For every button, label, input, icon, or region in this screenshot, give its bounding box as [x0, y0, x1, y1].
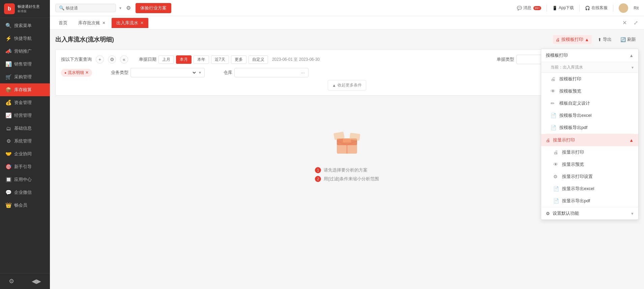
search-chevron-icon[interactable]: ▾	[119, 6, 121, 10]
sidebar-item-wechat[interactable]: 💬 企业微信	[0, 186, 50, 199]
warehouse-more-icon[interactable]: ···	[301, 70, 305, 75]
biz-type-field[interactable]: ▾	[130, 68, 205, 77]
print-label: 按模板打印	[561, 36, 583, 43]
sidebar-label-basic: 基础信息	[14, 125, 32, 131]
current-template-chevron-icon[interactable]: ▾	[632, 65, 634, 70]
sidebar-item-quicknav[interactable]: ⚡ 快捷导航	[0, 32, 50, 45]
search-settings-btn[interactable]: ⚙	[108, 55, 116, 63]
sidebar-item-appcenter[interactable]: 🔲 应用中心	[0, 173, 50, 186]
sidebar-item-collab[interactable]: 🤝 企业协同	[0, 148, 50, 160]
avatar	[619, 3, 628, 13]
sidebar-item-purchase[interactable]: 🛒 采购管理	[0, 71, 50, 83]
settings-btn[interactable]: ⚙	[6, 276, 17, 286]
sidebar-icon-basic: 🗂	[5, 126, 11, 131]
dropdown-template-print[interactable]: 🖨 按模板打印	[541, 73, 638, 85]
date-prev-month[interactable]: 上月	[158, 55, 174, 64]
collapse-more-btn[interactable]: ▲ 收起更多条件	[328, 80, 366, 90]
sidebar-nav: 🔍 搜索菜单 ⚡ 快捷导航 📣 营销推广 📊 销售管理 🛒 采购管理 📦 库存核…	[0, 18, 50, 273]
tab-close-window-btn[interactable]: ✕	[620, 19, 629, 27]
sidebar-label-inventory: 库存核算	[14, 87, 32, 93]
collapse-arrow-icon: ▲	[332, 83, 336, 88]
sidebar-icon-newbie: 🎯	[5, 164, 11, 170]
biz-type-section: 业务类型 ▾	[111, 68, 205, 77]
sidebar-item-finance[interactable]: 💰 资金管理	[0, 96, 50, 109]
print-dropdown-btn[interactable]: 🖨 按模板打印 ▲	[553, 35, 592, 44]
sidebar-item-search[interactable]: 🔍 搜索菜单	[0, 19, 50, 32]
add-search-btn[interactable]: +	[96, 55, 104, 63]
step2-num: 2	[315, 176, 321, 182]
topbar-search-box[interactable]: 🔍	[55, 4, 116, 12]
sidebar-label-wechat: 企业微信	[14, 189, 32, 195]
topbar-right: 💬 消息 99+ 📱 App下载 🎧 在线客服 Rit	[517, 3, 639, 13]
dropdown-display-pdf[interactable]: 📄 按显示导出pdf	[541, 195, 638, 207]
export-btn[interactable]: ⬆ 导出	[595, 35, 614, 44]
dropdown-template-custom[interactable]: ✏ 模板自定义设计	[541, 97, 638, 109]
collapse-more-label: 收起更多条件	[338, 82, 362, 88]
dropdown-header-chevron-icon[interactable]: ▲	[629, 53, 634, 58]
sidebar-item-marketing[interactable]: 📣 营销推广	[0, 45, 50, 58]
topbar-app-download[interactable]: 📱 App下载	[552, 5, 574, 11]
tab-flow[interactable]: 出入库流水 ✕	[112, 18, 148, 28]
tab-flow-close[interactable]: ✕	[140, 21, 144, 25]
sidebar-item-operations[interactable]: 📈 经营管理	[0, 109, 50, 122]
step1-item: 1 请先选择要分析的方案	[315, 167, 379, 173]
sidebar-icon-collab: 🤝	[5, 151, 11, 157]
warehouse-input[interactable]	[238, 70, 299, 75]
tab-expand-btn[interactable]: ⤢	[632, 19, 640, 27]
step2-text: 用[过滤]条件来缩小分析范围	[324, 176, 379, 182]
search-input[interactable]	[66, 6, 113, 10]
display-settings-label: 按显示打印设置	[562, 174, 593, 180]
dropdown-template-pdf[interactable]: 📄 按模板导出pdf	[541, 122, 638, 134]
tag-close-btn[interactable]: ✕	[85, 70, 89, 75]
template-excel-label: 按模板导出excel	[559, 112, 591, 119]
dropdown-display-preview[interactable]: 👁 按显示预览	[541, 158, 638, 170]
dropdown-display-settings[interactable]: ⚙ 按显示打印设置	[541, 170, 638, 183]
topbar-gear-icon[interactable]: ⚙	[126, 5, 131, 11]
tab-batch[interactable]: 库存批次账 ✕	[74, 18, 110, 28]
page-actions: 🖨 按模板打印 ▲ ⬆ 导出 🔄 刷新 按模板打印 ▲	[553, 35, 639, 44]
tab-home[interactable]: 首页	[54, 18, 72, 28]
current-template-label: 当前：出入库流水	[551, 64, 583, 70]
sidebar-item-basic[interactable]: 🗂 基础信息	[0, 122, 50, 135]
display-section-header[interactable]: 🖨 按显示打印 ▲	[541, 134, 638, 146]
footer-chevron-icon: ▾	[631, 211, 634, 216]
topbar: 🔍 ▾ ⚙ 体验行业方案 💬 消息 99+ 📱 App下载 🎧 在线客服	[50, 0, 644, 16]
dropdown-display-excel[interactable]: 📄 按显示导出excel	[541, 183, 638, 195]
dropdown-template-preview[interactable]: 👁 按模板预览	[541, 85, 638, 97]
sidebar-item-newbie[interactable]: 🎯 新手引导	[0, 160, 50, 173]
sidebar-label-operations: 经营管理	[14, 112, 32, 119]
sidebar-label-collab: 企业协同	[14, 151, 32, 157]
collapse-btn[interactable]: ◀▶	[29, 276, 44, 286]
warehouse-field[interactable]: ···	[234, 68, 309, 77]
date-custom[interactable]: 自定义	[248, 55, 268, 64]
dropdown-footer[interactable]: ⚙ 设置默认功能 ▾	[541, 207, 638, 219]
date-cur-year[interactable]: 本年	[194, 55, 209, 64]
biz-type-select[interactable]	[134, 70, 197, 75]
industry-btn[interactable]: 体验行业方案	[136, 3, 171, 13]
sidebar-item-inventory[interactable]: 📦 库存核算	[0, 83, 50, 96]
display-section-chevron-icon[interactable]: ▲	[629, 138, 634, 143]
tab-batch-label: 库存批次账	[78, 20, 100, 26]
sidebar-label-marketing: 营销推广	[14, 48, 32, 54]
topbar-message[interactable]: 💬 消息 99+	[517, 5, 541, 11]
warehouse-section: 仓库 ···	[224, 68, 309, 77]
date-more[interactable]: 更多	[231, 55, 246, 64]
template-print-icon: 🖨	[551, 76, 556, 82]
topbar-service[interactable]: 🎧 在线客服	[585, 5, 608, 11]
sidebar-item-system[interactable]: ⚙ 系统管理	[0, 135, 50, 148]
sidebar-label-member: 畅会员	[14, 202, 27, 208]
template-preview-label: 按模板预览	[559, 88, 581, 94]
dropdown-template-excel[interactable]: 📄 按模板导出excel	[541, 109, 638, 122]
tab-batch-close[interactable]: ✕	[102, 21, 106, 25]
collapse-search-btn[interactable]: «	[120, 55, 128, 63]
dropdown-display-print[interactable]: 🖨 按显示打印	[541, 146, 638, 158]
flow-detail-tag: ● 流水明细 ✕	[61, 69, 92, 77]
refresh-btn[interactable]: 🔄 刷新	[618, 35, 639, 44]
tab-controls: ✕ ⤢	[620, 19, 640, 27]
sidebar-item-member[interactable]: 👑 畅会员	[0, 199, 50, 212]
print-icon: 🖨	[556, 37, 560, 42]
sidebar-item-sales[interactable]: 📊 销售管理	[0, 58, 50, 71]
date-cur-month[interactable]: 本月	[176, 55, 192, 64]
date-7days[interactable]: 近7天	[211, 55, 229, 64]
service-icon: 🎧	[585, 6, 590, 10]
